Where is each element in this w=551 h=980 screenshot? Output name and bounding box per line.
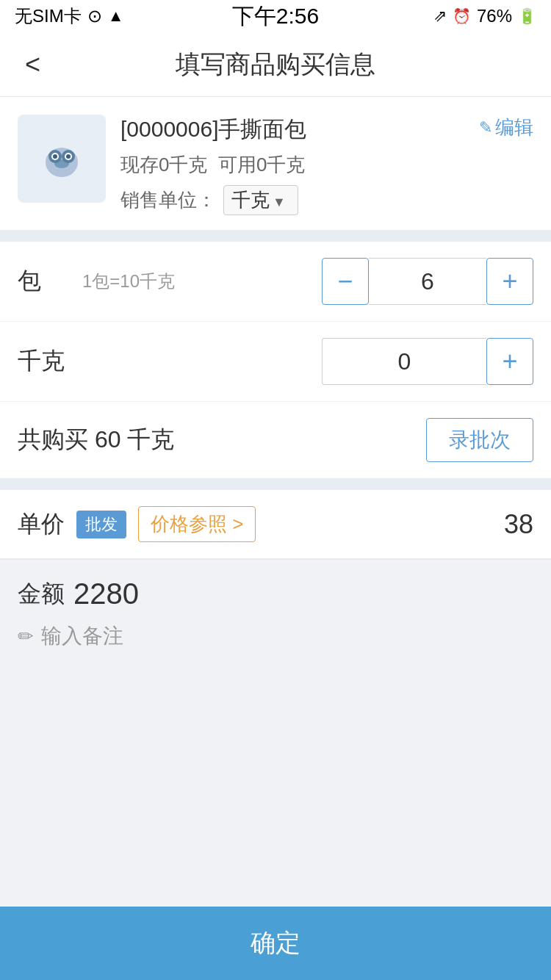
batch-button[interactable]: 录批次 bbox=[426, 418, 533, 462]
package-row: 包 1包=10千克 − + bbox=[0, 242, 551, 322]
confirm-button[interactable]: 确定 bbox=[0, 907, 551, 980]
pencil-icon: ✏ bbox=[18, 625, 34, 648]
package-section: 包 1包=10千克 − + 千克 + bbox=[0, 242, 551, 402]
price-value: 38 bbox=[504, 509, 533, 540]
status-right: ⇗ ⏰ 76% 🔋 bbox=[433, 6, 536, 26]
amount-value: 2280 bbox=[73, 577, 139, 610]
product-section: [0000006]手撕面包 现存0千克 可用0千克 销售单位： 千克 ✎ 编辑 bbox=[0, 97, 551, 230]
package-hint: 1包=10千克 bbox=[82, 270, 322, 293]
section-divider-1 bbox=[0, 230, 551, 242]
kilogram-row: 千克 + bbox=[0, 322, 551, 402]
amount-section: 金额 2280 ✏ 输入备注 bbox=[0, 560, 551, 662]
wifi-signal: ▲ bbox=[108, 7, 124, 26]
product-info: [0000006]手撕面包 现存0千克 可用0千克 销售单位： 千克 bbox=[120, 115, 533, 215]
nav-title: 填写商品购买信息 bbox=[176, 48, 375, 82]
nav-bar: < 填写商品购买信息 bbox=[0, 32, 551, 97]
product-image bbox=[18, 115, 106, 203]
total-row: 共购买 60 千克 录批次 bbox=[0, 402, 551, 478]
remark-label: 输入备注 bbox=[41, 622, 123, 650]
package-plus-button[interactable]: + bbox=[486, 258, 533, 305]
svg-point-6 bbox=[66, 154, 71, 159]
battery-icon: 🔋 bbox=[518, 7, 536, 25]
product-stock: 现存0千克 可用0千克 bbox=[120, 152, 533, 178]
total-text: 共购买 60 千克 bbox=[18, 424, 174, 456]
edit-icon: ✎ bbox=[479, 118, 492, 137]
carrier-text: 无SIM卡 bbox=[15, 4, 82, 28]
kilogram-plus-button[interactable]: + bbox=[486, 338, 533, 385]
svg-point-5 bbox=[53, 154, 57, 159]
price-section: 单价 批发 价格参照 > 38 bbox=[0, 490, 551, 558]
kilogram-quantity-input[interactable] bbox=[322, 338, 486, 385]
kilogram-label: 千克 bbox=[18, 345, 76, 378]
package-quantity-input[interactable] bbox=[369, 258, 486, 305]
product-code-name: [0000006]手撕面包 bbox=[120, 115, 533, 145]
package-quantity-control: − + bbox=[322, 258, 533, 305]
product-unit-row: 销售单位： 千克 bbox=[120, 185, 533, 215]
unit-label: 销售单位： bbox=[120, 187, 216, 213]
product-logo-icon bbox=[36, 133, 87, 184]
section-divider-2 bbox=[0, 478, 551, 490]
amount-row: 金额 2280 bbox=[18, 577, 533, 610]
price-tag: 批发 bbox=[76, 511, 126, 538]
battery-text: 76% bbox=[477, 6, 512, 26]
status-bar: 无SIM卡 ⊙ ▲ 下午2:56 ⇗ ⏰ 76% 🔋 bbox=[0, 0, 551, 32]
status-left: 无SIM卡 ⊙ ▲ bbox=[15, 4, 123, 28]
confirm-button-text: 确定 bbox=[251, 926, 300, 960]
package-minus-button[interactable]: − bbox=[322, 258, 369, 305]
location-icon: ⇗ bbox=[433, 7, 447, 26]
kilogram-quantity-control: + bbox=[322, 338, 533, 385]
price-label: 单价 bbox=[18, 508, 65, 541]
price-ref-button[interactable]: 价格参照 > bbox=[138, 506, 256, 542]
package-label: 包 bbox=[18, 265, 76, 298]
status-time: 下午2:56 bbox=[232, 1, 319, 32]
edit-button[interactable]: ✎ 编辑 bbox=[479, 115, 533, 140]
alarm-icon: ⏰ bbox=[453, 7, 471, 25]
edit-label: 编辑 bbox=[495, 115, 533, 140]
back-button[interactable]: < bbox=[18, 42, 48, 87]
empty-space bbox=[0, 662, 551, 882]
remark-row[interactable]: ✏ 输入备注 bbox=[18, 622, 533, 662]
unit-dropdown[interactable]: 千克 bbox=[223, 185, 298, 215]
amount-label: 金额 bbox=[18, 578, 65, 610]
wifi-icon: ⊙ bbox=[87, 6, 102, 26]
svg-point-7 bbox=[54, 159, 69, 168]
